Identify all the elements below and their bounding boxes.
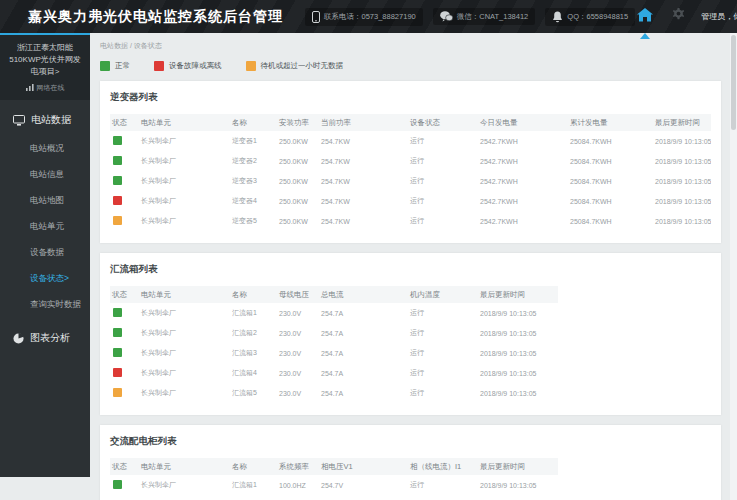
table-cell: 2018/9/9 10:13:05 — [478, 383, 558, 403]
table-row[interactable]: 长兴制伞厂逆变器5250.0KW254.7KW运行2542.7KWH25084.… — [110, 211, 711, 231]
status-cell — [110, 383, 139, 403]
table-cell: 长兴制伞厂 — [139, 303, 230, 323]
table-cell: 2542.7KWH — [478, 151, 568, 171]
table-cell: 2542.7KWH — [478, 191, 568, 211]
table-cell: 230.0V — [277, 323, 319, 343]
sidebar-items: 电站概况电站信息电站地图电站单元设备数据设备状态>查询实时数据 — [0, 136, 90, 318]
column-header: 总电流 — [319, 286, 408, 303]
table-row[interactable]: 长兴制伞厂逆变器1250.0KW254.7KW运行2542.7KWH25084.… — [110, 131, 711, 151]
table-cell: 250.0KW — [277, 131, 319, 151]
sidebar-menu: 电站数据电站概况电站信息电站地图电站单元设备数据设备状态>查询实时数据图表分析 — [0, 100, 90, 354]
column-header: 状态 — [110, 114, 139, 131]
table-cell: 运行 — [408, 363, 478, 383]
table-header-row: 状态电站单元名称安装功率当前功率设备状态今日发电量累计发电量最后更新时间 — [110, 114, 711, 131]
sidebar-item[interactable]: 电站单元 — [0, 214, 90, 240]
status-cell — [110, 363, 139, 383]
breadcrumb: 电站数据 / 设备状态 — [100, 41, 721, 51]
project-block: 浙江正泰太阳能510KWP光伏并网发电项目> 网络在线 — [0, 33, 90, 100]
vertical-scrollbar[interactable] — [730, 33, 737, 500]
legend-label: 设备故障或离线 — [169, 61, 222, 71]
table-row[interactable]: 长兴制伞厂汇流箱1100.0HZ254.7V运行2018/9/9 10:13:0… — [110, 475, 558, 495]
legend-swatch-orange — [246, 61, 256, 71]
table-cell: 运行 — [408, 171, 478, 191]
column-header: 累计发电量 — [568, 114, 653, 131]
project-selector[interactable]: 浙江正泰太阳能510KWP光伏并网发电项目> — [6, 42, 84, 78]
ac-cabinet-table: 状态电站单元名称系统频率相电压V1相（线电流）I1最后更新时间长兴制伞厂汇流箱1… — [110, 458, 558, 495]
table-cell: 250.0KW — [277, 151, 319, 171]
table-cell: 254.7A — [319, 343, 408, 363]
table-title-combiner: 汇流箱列表 — [110, 261, 711, 286]
table-cell: 254.7A — [319, 363, 408, 383]
column-header: 设备状态 — [408, 114, 478, 131]
header-contacts: 联系电话：0573_88827190 微信：CNAT_138412 QQ：655… — [305, 8, 635, 26]
status-indicator-orange — [113, 388, 122, 397]
status-indicator-red — [113, 368, 122, 377]
signal-icon — [26, 84, 34, 92]
sidebar-item[interactable]: 电站信息 — [0, 162, 90, 188]
table-cell: 长兴制伞厂 — [139, 475, 230, 495]
status-indicator-green — [113, 156, 122, 165]
table-cell: 2542.7KWH — [478, 171, 568, 191]
breadcrumb-item[interactable]: 设备状态 — [134, 42, 162, 49]
column-header: 今日发电量 — [478, 114, 568, 131]
table-row[interactable]: 长兴制伞厂汇流箱3230.0V254.7A运行2018/9/9 10:13:05 — [110, 343, 558, 363]
table-cell: 长兴制伞厂 — [139, 151, 230, 171]
table-cell: 运行 — [408, 475, 478, 495]
column-header: 名称 — [230, 286, 277, 303]
status-indicator-green — [113, 328, 122, 337]
table-header-row: 状态电站单元名称系统频率相电压V1相（线电流）I1最后更新时间 — [110, 458, 558, 475]
table-cell: 逆变器2 — [230, 151, 277, 171]
sidebar-item[interactable]: 电站概况 — [0, 136, 90, 162]
table-cell: 汇流箱5 — [230, 383, 277, 403]
table-cell: 运行 — [408, 191, 478, 211]
sidebar-section-0[interactable]: 电站数据 — [0, 100, 90, 136]
table-cell: 2542.7KWH — [478, 131, 568, 151]
table-cell: 25084.7KWH — [568, 191, 653, 211]
sidebar-section-1[interactable]: 图表分析 — [0, 318, 90, 354]
table-cell: 230.0V — [277, 343, 319, 363]
home-button[interactable] — [635, 7, 655, 27]
column-header: 最后更新时间 — [478, 286, 558, 303]
table-cell: 230.0V — [277, 383, 319, 403]
table-cell: 逆变器1 — [230, 131, 277, 151]
table-row[interactable]: 长兴制伞厂逆变器2250.0KW254.7KW运行2542.7KWH25084.… — [110, 151, 711, 171]
column-header: 相（线电流）I1 — [408, 458, 478, 475]
status-indicator-orange — [113, 216, 122, 225]
table-row[interactable]: 长兴制伞厂汇流箱2230.0V254.7A运行2018/9/9 10:13:05 — [110, 323, 558, 343]
legend-swatch-red — [154, 61, 164, 71]
status-indicator-green — [113, 480, 122, 489]
table-cell: 25084.7KWH — [568, 211, 653, 231]
qq-icon — [552, 11, 563, 23]
table-cell: 25084.7KWH — [568, 131, 653, 151]
status-legend: 正常设备故障或离线待机或超过一小时无数据 — [100, 61, 721, 71]
column-header: 状态 — [110, 286, 139, 303]
table-row[interactable]: 长兴制伞厂汇流箱1230.0V254.7A运行2018/9/9 10:13:05 — [110, 303, 558, 323]
scrollbar-thumb[interactable] — [731, 35, 736, 130]
sidebar-item[interactable]: 查询实时数据 — [0, 292, 90, 318]
settings-button[interactable] — [668, 7, 688, 27]
table-row[interactable]: 长兴制伞厂逆变器3250.0KW254.7KW运行2542.7KWH25084.… — [110, 171, 711, 191]
table-row[interactable]: 长兴制伞厂逆变器4250.0KW254.7KW运行2542.7KWH25084.… — [110, 191, 711, 211]
table-cell: 250.0KW — [277, 191, 319, 211]
legend-item: 正常 — [100, 61, 130, 71]
pie-chart-icon — [13, 333, 24, 344]
sidebar-item[interactable]: 电站地图 — [0, 188, 90, 214]
table-cell: 逆变器3 — [230, 171, 277, 191]
table-cell: 2018/9/9 10:13:05 — [478, 303, 558, 323]
sidebar-item[interactable]: 设备数据 — [0, 240, 90, 266]
table-cell: 长兴制伞厂 — [139, 383, 230, 403]
sidebar-item[interactable]: 设备状态> — [0, 266, 90, 292]
table-row[interactable]: 长兴制伞厂汇流箱4230.0V254.7A运行2018/9/9 10:13:05 — [110, 363, 558, 383]
table-cell: 254.7V — [319, 475, 408, 495]
legend-swatch-green — [100, 61, 110, 71]
table-cell: 运行 — [408, 151, 478, 171]
table-cell: 254.7KW — [319, 191, 408, 211]
phone-icon — [312, 11, 320, 23]
breadcrumb-item[interactable]: 电站数据 — [100, 42, 128, 49]
contact-wechat-label: 微信：CNAT_138412 — [457, 12, 529, 22]
table-cell: 2018/9/9 10:13:05 — [653, 131, 711, 151]
table-row[interactable]: 长兴制伞厂汇流箱5230.0V254.7A运行2018/9/9 10:13:05 — [110, 383, 558, 403]
table-cell: 250.0KW — [277, 211, 319, 231]
column-header: 最后更新时间 — [653, 114, 711, 131]
gear-icon — [671, 7, 686, 26]
